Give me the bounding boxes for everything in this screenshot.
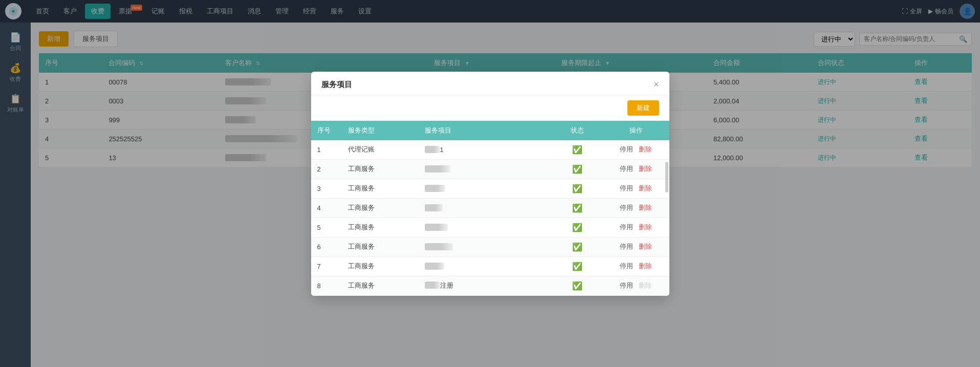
modal-col-type: 服务类型 [342, 121, 419, 140]
modal-header: 服务项目 × [311, 72, 669, 95]
delete-button[interactable]: 删除 [639, 184, 652, 192]
scrollbar-thumb[interactable] [665, 162, 668, 192]
modal-close-button[interactable]: × [654, 80, 659, 89]
modal-overlay[interactable]: 服务项目 × 新建 序号 服务类型 服务项目 状态 操作 [0, 0, 980, 367]
stop-button[interactable]: 停用 [620, 223, 633, 231]
status-check-icon: ✅ [572, 145, 582, 154]
delete-button[interactable]: 删除 [639, 165, 652, 172]
modal-table-row: 4 工商服务 ✅ 停用 删除 [311, 198, 669, 218]
delete-button[interactable]: 删除 [639, 243, 652, 250]
modal-col-status: 状态 [552, 121, 603, 140]
service-item-modal: 服务项目 × 新建 序号 服务类型 服务项目 状态 操作 [311, 72, 669, 296]
service-items-table: 序号 服务类型 服务项目 状态 操作 1 代理记账 1 ✅ 停用 [311, 121, 669, 296]
modal-table-row: 5 工商服务 ✅ 停用 删除 [311, 218, 669, 237]
modal-table-row: 8 工商服务 注册 ✅ 停用 删除 [311, 276, 669, 295]
modal-body: 序号 服务类型 服务项目 状态 操作 1 代理记账 1 ✅ 停用 [311, 121, 669, 296]
scrollbar-track [665, 146, 668, 296]
modal-table-row: 7 工商服务 ✅ 停用 删除 [311, 256, 669, 276]
delete-button[interactable]: 删除 [639, 262, 652, 270]
modal-col-seq: 序号 [311, 121, 342, 140]
delete-button[interactable]: 删除 [639, 204, 652, 211]
stop-button[interactable]: 停用 [620, 145, 633, 153]
delete-button[interactable]: 删除 [639, 223, 652, 231]
modal-table-row: 1 代理记账 1 ✅ 停用 删除 [311, 140, 669, 160]
stop-button[interactable]: 停用 [620, 204, 633, 211]
modal-table-row: 6 工商服务 ✅ 停用 删除 [311, 237, 669, 256]
modal-col-item: 服务项目 [419, 121, 552, 140]
modal-table-row: 2 工商服务 ✅ 停用 删除 [311, 159, 669, 179]
modal-title: 服务项目 [321, 80, 352, 90]
stop-button[interactable]: 停用 [620, 184, 633, 192]
stop-button[interactable]: 停用 [620, 282, 633, 289]
stop-button[interactable]: 停用 [620, 243, 633, 250]
stop-button[interactable]: 停用 [620, 262, 633, 270]
modal-table-row: 3 工商服务 ✅ 停用 删除 [311, 179, 669, 198]
delete-button-disabled: 删除 [639, 282, 652, 289]
stop-button[interactable]: 停用 [620, 165, 633, 172]
modal-col-action: 操作 [603, 121, 669, 140]
modal-toolbar: 新建 [311, 95, 669, 121]
delete-button[interactable]: 删除 [639, 145, 652, 153]
modal-new-button[interactable]: 新建 [627, 100, 659, 116]
